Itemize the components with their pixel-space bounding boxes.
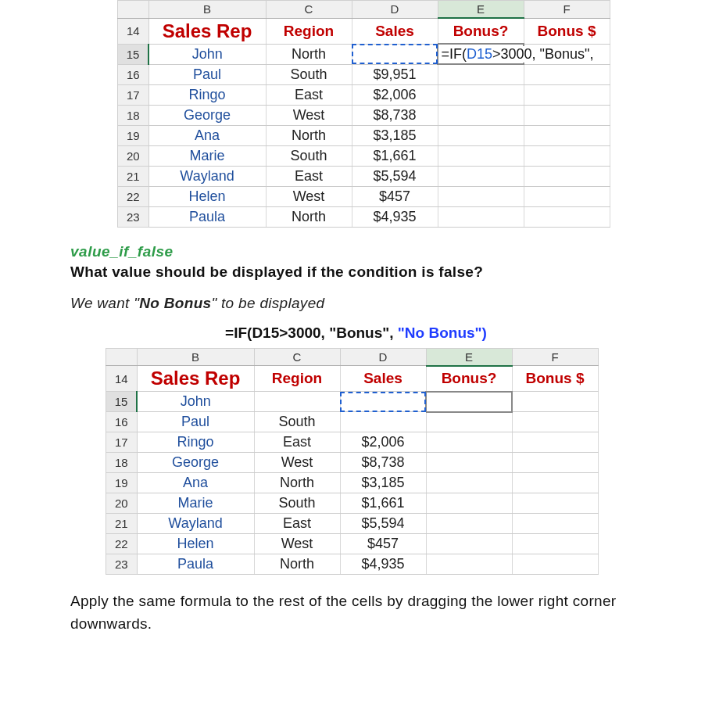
cell-rep[interactable]: Paula [137,554,254,575]
cell[interactable] [438,145,524,166]
cell-rep[interactable]: Marie [137,493,254,514]
row-20[interactable]: 20 [118,145,149,166]
cell-F15[interactable] [512,392,598,412]
cell[interactable] [512,453,598,473]
row-14[interactable]: 14 [118,18,149,44]
col-D[interactable]: D [340,348,426,366]
cell[interactable] [438,186,524,206]
cell-sales[interactable]: $4,935 [340,554,426,575]
row-18[interactable]: 18 [118,105,149,125]
cell-rep[interactable]: Paula [148,206,266,227]
cell-sales[interactable]: $9,951 [352,64,438,84]
cell[interactable] [438,125,524,145]
cell[interactable] [438,64,524,84]
row-23[interactable]: 23 [106,554,138,575]
cell-D15[interactable] [340,392,426,412]
cell-sales[interactable]: $2,006 [340,432,426,453]
header-sales-rep[interactable]: Sales Rep [148,18,266,44]
cell-rep[interactable]: Ringo [137,432,254,453]
cell-rep[interactable]: Paul [137,412,254,432]
cell-rep[interactable]: John [137,392,254,412]
cell-region[interactable]: South [266,145,352,166]
cell[interactable] [512,554,598,575]
row-20[interactable]: 20 [106,493,138,514]
row-19[interactable]: 19 [118,125,149,145]
cell[interactable] [438,105,524,125]
cell[interactable] [426,473,512,493]
cell-region[interactable]: North [266,125,352,145]
header-region[interactable]: Region [254,366,340,392]
cell[interactable] [426,554,512,575]
cell-region[interactable]: North [254,473,340,493]
col-F[interactable]: F [512,348,598,366]
cell-region[interactable]: West [266,105,352,125]
cell[interactable] [524,166,610,186]
row-15[interactable]: 15 [118,44,149,64]
header-bonusq[interactable]: Bonus? [426,366,512,392]
row-21[interactable]: 21 [118,166,149,186]
cell-sales[interactable]: $5,594 [352,166,438,186]
cell-rep[interactable]: Marie [148,145,266,166]
header-bonusq[interactable]: Bonus? [438,18,524,44]
cell-rep[interactable]: Ana [148,125,266,145]
cell-rep[interactable]: Wayland [148,166,266,186]
col-F[interactable]: F [524,1,610,19]
cell[interactable] [512,534,598,554]
cell-sales[interactable]: $1,661 [340,493,426,514]
cell-region[interactable]: South [254,412,340,432]
cell-rep[interactable]: Paul [148,64,266,84]
col-C[interactable]: C [254,348,340,366]
col-B[interactable]: B [148,1,266,19]
row-21[interactable]: 21 [106,514,138,534]
cell-region[interactable]: North [254,554,340,575]
cell-rep[interactable]: Ana [137,473,254,493]
col-E[interactable]: E [426,348,512,366]
cell[interactable] [524,64,610,84]
cell-sales[interactable]: $457 [340,534,426,554]
cell[interactable] [512,412,598,432]
cell-rep[interactable]: John [148,44,266,64]
cell[interactable] [524,84,610,105]
row-18[interactable]: 18 [106,453,138,473]
cell[interactable] [512,514,598,534]
cell-region[interactable]: East [254,514,340,534]
header-bonusd[interactable]: Bonus $ [524,18,610,44]
row-16[interactable]: 16 [106,412,138,432]
cell[interactable] [524,145,610,166]
cell[interactable] [512,493,598,514]
cell-region[interactable]: West [254,534,340,554]
cell[interactable] [426,432,512,453]
header-sales[interactable]: Sales [340,366,426,392]
cell-sales[interactable]: $4,935 [352,206,438,227]
cell-sales[interactable] [340,412,426,432]
header-region[interactable]: Region [266,18,352,44]
cell[interactable] [512,473,598,493]
row-17[interactable]: 17 [118,84,149,105]
row-15[interactable]: 15 [106,392,138,412]
cell-sales[interactable]: $1,661 [352,145,438,166]
cell-rep[interactable]: Wayland [137,514,254,534]
header-sales-rep[interactable]: Sales Rep [137,366,254,392]
cell-C15[interactable] [254,392,340,412]
cell-region[interactable]: East [266,84,352,105]
cell-rep[interactable]: George [137,453,254,473]
cell[interactable] [426,412,512,432]
cell[interactable] [524,125,610,145]
row-17[interactable]: 17 [106,432,138,453]
row-16[interactable]: 16 [118,64,149,84]
row-14[interactable]: 14 [106,366,138,392]
cell-D15[interactable]: =IF(D15>3000, "Bonus", [352,44,438,64]
cell-sales[interactable]: $3,185 [340,473,426,493]
cell[interactable] [438,206,524,227]
cell[interactable] [524,186,610,206]
cell[interactable] [426,493,512,514]
cell-region[interactable]: South [254,493,340,514]
cell-region[interactable]: South [266,64,352,84]
col-E[interactable]: E [438,1,524,19]
cell-sales[interactable]: $457 [352,186,438,206]
row-19[interactable]: 19 [106,473,138,493]
cell-sales[interactable]: $8,738 [352,105,438,125]
cell[interactable] [512,432,598,453]
cell-rep[interactable]: Ringo [148,84,266,105]
row-22[interactable]: 22 [118,186,149,206]
